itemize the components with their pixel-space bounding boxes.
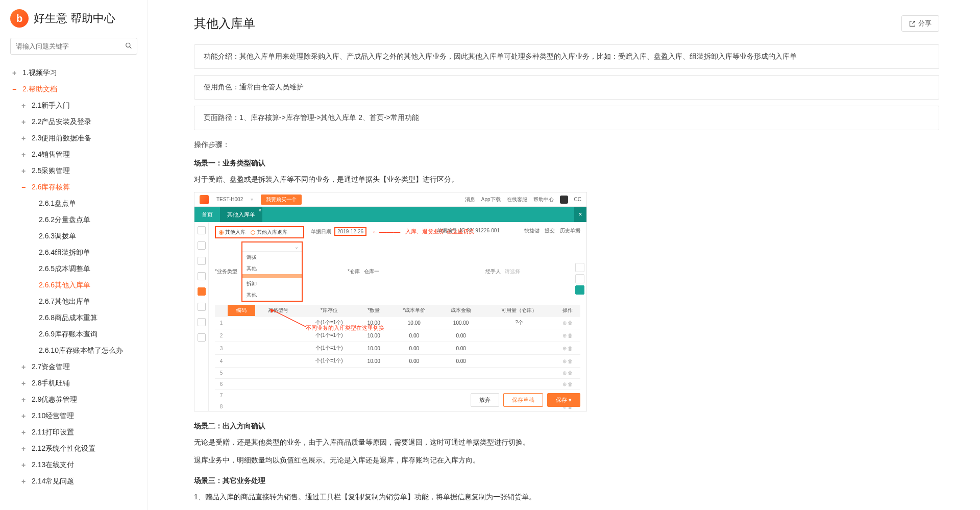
nav-label: 2.7资金管理 bbox=[32, 362, 70, 372]
logo-icon: b bbox=[10, 9, 29, 28]
ss-tool-icon bbox=[575, 263, 584, 272]
ss-shortcut: 快捷键 bbox=[524, 227, 540, 234]
ss-nav-icon-active bbox=[198, 287, 206, 296]
plus-icon bbox=[10, 69, 18, 77]
plus-icon bbox=[19, 151, 28, 159]
ss-user: CC bbox=[574, 197, 581, 202]
nav-item-2-6-7[interactable]: 2.6.7其他出库单 bbox=[10, 294, 137, 310]
nav-item-2-7[interactable]: 2.7资金管理 bbox=[10, 359, 137, 375]
nav-label: 2.3使用前数据准备 bbox=[32, 134, 91, 143]
nav-label: 2.11打印设置 bbox=[32, 428, 74, 437]
th-loc: *库存位 bbox=[301, 305, 358, 317]
table-row-empty: 6⊕ 🗑 bbox=[215, 379, 580, 390]
nav-item-2-6-9[interactable]: 2.6.9库存账本查询 bbox=[10, 326, 137, 343]
nav-item-2-6-2[interactable]: 2.6.2分量盘点单 bbox=[10, 212, 137, 228]
person-value: 请选择 bbox=[505, 268, 520, 275]
radio-label: 其他入库 bbox=[225, 229, 246, 236]
info-box-path: 页面路径：1、库存核算->库存管理->其他入库单 2、首页->常用功能 bbox=[194, 106, 939, 130]
nav-label: 2.13在线支付 bbox=[32, 460, 74, 470]
nav-item-2-6-5[interactable]: 2.6.5成本调整单 bbox=[10, 261, 137, 277]
biztype-label: *业务类型 bbox=[215, 268, 237, 275]
nav-item-2-3[interactable]: 2.3使用前数据准备 bbox=[10, 130, 137, 147]
search-input[interactable] bbox=[10, 38, 137, 55]
ss-date-value: 2019-12-26 bbox=[334, 227, 366, 236]
nav-item-2-6-8[interactable]: 2.6.8商品成本重算 bbox=[10, 310, 137, 326]
nav-item-2-6-1[interactable]: 2.6.1盘点单 bbox=[10, 196, 137, 212]
ss-nav-icon bbox=[198, 241, 206, 250]
ss-nav-icon bbox=[198, 226, 206, 234]
nav-item-2-14[interactable]: 2.14常见问题 bbox=[10, 473, 137, 490]
ss-tabs: 首页 其他入库单× × bbox=[194, 207, 586, 222]
nav-item-video[interactable]: 1.视频学习 bbox=[10, 65, 137, 81]
nav-label: 2.12系统个性化设置 bbox=[32, 444, 95, 453]
plus-icon bbox=[19, 102, 28, 110]
nav-item-2-2[interactable]: 2.2产品安装及登录 bbox=[10, 114, 137, 130]
nav-label: 2.1新手入门 bbox=[32, 101, 70, 110]
nav-item-2-10[interactable]: 2.10经营管理 bbox=[10, 408, 137, 424]
plus-icon bbox=[19, 428, 28, 436]
dropdown-item: 拆卸 bbox=[242, 278, 302, 289]
nav-item-2-6-6[interactable]: 2.6.6其他入库单 bbox=[10, 277, 137, 294]
dropdown-item: 其他 bbox=[242, 289, 302, 301]
info-text: 1、库存核算->库存管理->其他入库单 2、首页->常用功能 bbox=[239, 113, 419, 122]
dropdown-item-hover bbox=[242, 274, 302, 278]
th-usable: 可用量（仓库） bbox=[483, 305, 555, 317]
ss-nav-icon bbox=[198, 333, 206, 342]
ss-buy-button: 我要购买一个 bbox=[261, 195, 302, 205]
logo-text: 好生意 帮助中心 bbox=[34, 11, 115, 26]
nav-item-2-12[interactable]: 2.12系统个性化设置 bbox=[10, 441, 137, 457]
th-price: *成本单价 bbox=[390, 305, 438, 317]
plus-icon bbox=[19, 396, 28, 404]
ss-radio-return: 其他入库退库 bbox=[251, 229, 287, 236]
ss-biztype-dropdown: ⌄ 调拨 其他 拆卸 其他 bbox=[241, 241, 303, 302]
ss-draft-button: 保存草稿 bbox=[503, 393, 543, 407]
nav-item-2-11[interactable]: 2.11打印设置 bbox=[10, 424, 137, 441]
nav-item-2-6-10[interactable]: 2.6.10库存账本错了怎么办 bbox=[10, 343, 137, 359]
nav-label: 2.6.9库存账本查询 bbox=[39, 330, 97, 339]
main-content: 其他入库单 分享 功能介绍：其他入库单用来处理除采购入库、产成品入库之外的其他入… bbox=[148, 0, 965, 510]
nav-item-docs[interactable]: 2.帮助文档 bbox=[10, 81, 137, 98]
title-row: 其他入库单 分享 bbox=[194, 15, 939, 32]
nav-item-2-5[interactable]: 2.5采购管理 bbox=[10, 163, 137, 179]
nav-item-2-8[interactable]: 2.8手机旺铺 bbox=[10, 375, 137, 392]
info-label: 使用角色： bbox=[204, 83, 239, 91]
ss-doc-number: 单据编号 JC-20191226-001 bbox=[437, 227, 500, 234]
scene2-title: 场景二：出入方向确认 bbox=[194, 422, 939, 431]
ss-nav-icon bbox=[198, 303, 206, 311]
nav-item-2-9[interactable]: 2.9优惠券管理 bbox=[10, 392, 137, 408]
nav-label: 2.6库存核算 bbox=[32, 183, 70, 192]
share-button[interactable]: 分享 bbox=[901, 15, 939, 32]
steps-title: 操作步骤： bbox=[194, 140, 939, 150]
minus-icon bbox=[19, 183, 28, 191]
nav-label: 2.6.6其他入库单 bbox=[39, 281, 90, 290]
nav-label: 2.6.4组装拆卸单 bbox=[39, 248, 90, 257]
svg-line-2 bbox=[270, 309, 306, 327]
nav-item-2-4[interactable]: 2.4销售管理 bbox=[10, 147, 137, 163]
nav-item-2-6-3[interactable]: 2.6.3调拨单 bbox=[10, 228, 137, 245]
nav-item-2-1[interactable]: 2.1新手入门 bbox=[10, 98, 137, 114]
dropdown-item: 其他 bbox=[242, 263, 302, 274]
ss-top-help: 帮助中心 bbox=[533, 196, 554, 203]
ss-avatar-icon bbox=[560, 196, 568, 204]
plus-icon bbox=[19, 118, 28, 126]
ss-rightbar bbox=[575, 263, 586, 295]
nav-label: 2.6.3调拨单 bbox=[39, 232, 76, 241]
dropdown-input: ⌄ bbox=[242, 242, 302, 251]
nav-label: 2.6.5成本调整单 bbox=[39, 264, 90, 274]
th-code: 编码 bbox=[228, 305, 255, 317]
ss-top-msg: 消息 bbox=[465, 196, 475, 203]
th-op: 操作 bbox=[555, 305, 580, 317]
dropdown-list: 调拨 其他 拆卸 其他 bbox=[242, 251, 302, 301]
scene3-title: 场景三：其它业务处理 bbox=[194, 476, 939, 485]
nav-item-2-6[interactable]: 2.6库存核算 bbox=[10, 179, 137, 196]
nav-item-2-13[interactable]: 2.13在线支付 bbox=[10, 457, 137, 473]
search-icon[interactable] bbox=[125, 42, 132, 51]
info-label: 功能介绍： bbox=[204, 52, 239, 60]
save-label: 保存 bbox=[556, 397, 567, 403]
sidebar: b 好生意 帮助中心 1.视频学习 2.帮助文档 2.1新手入门 2.2产品安装… bbox=[0, 0, 148, 510]
ss-tab-home: 首页 bbox=[194, 207, 220, 222]
radio-label: 其他入库退库 bbox=[257, 229, 287, 236]
nav-item-2-6-4[interactable]: 2.6.4组装拆卸单 bbox=[10, 245, 137, 261]
table-row: 4个(1个=1个)10.000.000.00⊕ 🗑 bbox=[215, 355, 580, 368]
nav-list: 1.视频学习 2.帮助文档 2.1新手入门 2.2产品安装及登录 2.3使用前数… bbox=[10, 65, 137, 490]
